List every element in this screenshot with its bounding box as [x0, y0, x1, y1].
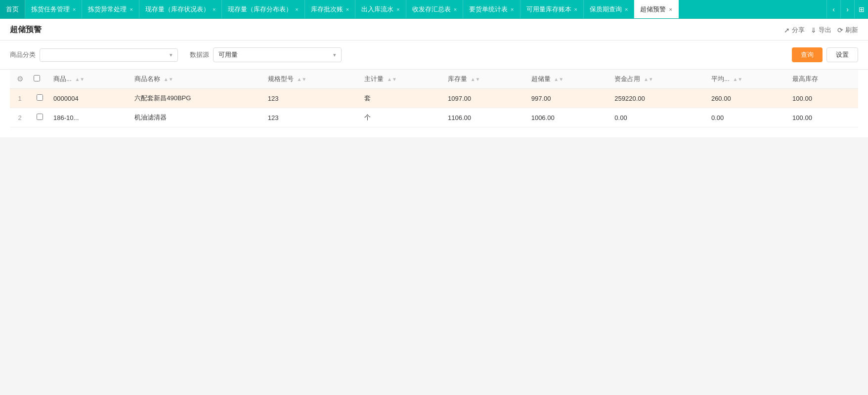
datasource-select-value: 可用量 — [218, 50, 238, 59]
close-icon[interactable]: × — [346, 6, 349, 12]
th-product-name: 商品名称 ▲▼ — [130, 70, 264, 89]
filter-actions: 查询 设置 — [792, 47, 858, 62]
nav-arrows: ‹ › ⊞ — [826, 0, 868, 19]
th-stock: 库存量 ▲▼ — [444, 70, 527, 89]
nav-batch-account[interactable]: 库存批次账 × — [305, 0, 355, 18]
export-action[interactable]: ⇓ 导出 — [811, 26, 831, 35]
product-code: 186-10... — [49, 108, 130, 127]
row-num: 2 — [10, 108, 30, 127]
avg: 0.00 — [707, 108, 788, 127]
share-action[interactable]: ➚ 分享 — [784, 26, 805, 35]
th-avg: 平均... ▲▼ — [707, 70, 788, 89]
nav-home[interactable]: 首页 — [0, 0, 25, 18]
close-icon[interactable]: × — [213, 6, 216, 12]
close-icon[interactable]: × — [396, 6, 399, 12]
share-icon: ➚ — [784, 26, 790, 34]
row-checkbox-cell — [30, 89, 49, 108]
th-max-stock: 最高库存 — [788, 70, 858, 89]
refresh-action[interactable]: ⟳ 刷新 — [837, 26, 858, 35]
nav-stock-dist[interactable]: 现存量（库存分布表） × — [222, 0, 304, 18]
th-overstock: 超储量 ▲▼ — [527, 70, 611, 89]
category-label: 商品分类 — [10, 50, 36, 59]
sort-icon[interactable]: ▲▼ — [554, 77, 564, 82]
datasource-filter-group: 数据源 可用量 ▾ — [190, 47, 342, 62]
category-filter-group: 商品分类 ▾ — [10, 48, 178, 62]
nav-abnormal[interactable]: 拣货异常处理 × — [82, 0, 139, 18]
overstock: 997.00 — [527, 89, 611, 108]
page-title: 超储预警 — [10, 25, 42, 35]
settings-button[interactable]: 设置 — [826, 47, 858, 62]
close-icon[interactable]: × — [625, 6, 628, 12]
capital: 0.00 — [610, 108, 707, 127]
export-icon: ⇓ — [811, 26, 817, 34]
chevron-down-icon: ▾ — [333, 52, 336, 58]
category-select-value — [45, 51, 47, 59]
sort-icon[interactable]: ▲▼ — [733, 77, 742, 82]
nav-task-mgmt[interactable]: 拣货任务管理 × — [25, 0, 82, 18]
overstock: 1006.00 — [527, 108, 611, 127]
sort-icon[interactable]: ▲▼ — [164, 77, 174, 82]
product-name: 六配套新昌490BPG — [130, 89, 264, 108]
unit: 个 — [360, 108, 444, 127]
spec: 123 — [264, 89, 361, 108]
product-name: 机油滤清器 — [130, 108, 264, 127]
category-select[interactable]: ▾ — [40, 48, 178, 62]
row-checkbox-cell — [30, 108, 49, 127]
close-icon[interactable]: × — [669, 6, 672, 12]
table-container: ⚙ 商品... ▲▼ 商品名称 ▲▼ 规格型号 ▲▼ — [0, 70, 868, 137]
sort-icon[interactable]: ▲▼ — [471, 77, 480, 82]
nav-overstock-warning[interactable]: 超储预警 × — [634, 0, 678, 18]
table-row: 1 0000004 六配套新昌490BPG 123 套 1097.00 997.… — [10, 89, 858, 108]
close-icon[interactable]: × — [511, 6, 514, 12]
nav-inout-flow[interactable]: 出入库流水 × — [355, 0, 406, 18]
th-checkbox — [30, 70, 49, 89]
header-actions: ➚ 分享 ⇓ 导出 ⟳ 刷新 — [784, 26, 858, 35]
gear-icon[interactable]: ⚙ — [17, 75, 23, 83]
filter-bar: 商品分类 ▾ 数据源 可用量 ▾ 查询 设置 — [0, 40, 868, 70]
nav-next-arrow[interactable]: › — [840, 0, 854, 19]
top-nav: 首页 拣货任务管理 × 拣货异常处理 × 现存量（库存状况表） × 现存量（库存… — [0, 0, 868, 19]
nav-shelf-life[interactable]: 保质期查询 × — [584, 0, 634, 18]
row-num: 1 — [10, 89, 30, 108]
close-icon[interactable]: × — [130, 6, 132, 12]
th-capital: 资金占用 ▲▼ — [610, 70, 707, 89]
datasource-select[interactable]: 可用量 ▾ — [213, 47, 342, 62]
sort-icon[interactable]: ▲▼ — [297, 77, 306, 82]
stock: 1106.00 — [444, 108, 527, 127]
capital: 259220.00 — [610, 89, 707, 108]
th-unit: 主计量 ▲▼ — [360, 70, 444, 89]
stock: 1097.00 — [444, 89, 527, 108]
nav-collect-summary[interactable]: 收发存汇总表 × — [406, 0, 463, 18]
nav-available-account[interactable]: 可用量库存账本 × — [521, 0, 584, 18]
table-row: 2 186-10... 机油滤清器 123 个 1106.00 1006.00 … — [10, 108, 858, 127]
table-header-row: ⚙ 商品... ▲▼ 商品名称 ▲▼ 规格型号 ▲▼ — [10, 70, 858, 89]
datasource-label: 数据源 — [190, 50, 209, 59]
nav-expand-arrow[interactable]: ⊞ — [854, 0, 868, 19]
nav-stock-status[interactable]: 现存量（库存状况表） × — [139, 0, 222, 18]
data-table: ⚙ 商品... ▲▼ 商品名称 ▲▼ 规格型号 ▲▼ — [10, 70, 858, 127]
spec: 123 — [264, 108, 361, 127]
th-settings: ⚙ — [10, 70, 30, 89]
sort-icon[interactable]: ▲▼ — [644, 77, 653, 82]
th-spec: 规格型号 ▲▼ — [264, 70, 361, 89]
th-product-code: 商品... ▲▼ — [49, 70, 130, 89]
chevron-down-icon: ▾ — [170, 52, 173, 58]
select-all-checkbox[interactable] — [34, 75, 40, 81]
close-icon[interactable]: × — [574, 6, 577, 12]
refresh-icon: ⟳ — [837, 26, 843, 34]
nav-prev-arrow[interactable]: ‹ — [826, 0, 840, 19]
page-header: 超储预警 ➚ 分享 ⇓ 导出 ⟳ 刷新 — [0, 19, 868, 40]
close-icon[interactable]: × — [295, 6, 298, 12]
product-code: 0000004 — [49, 89, 130, 108]
row-checkbox[interactable] — [37, 114, 43, 120]
nav-order-stats[interactable]: 要货单统计表 × — [463, 0, 520, 18]
max-stock: 100.00 — [788, 108, 858, 127]
sort-icon[interactable]: ▲▼ — [75, 77, 85, 82]
max-stock: 100.00 — [788, 89, 858, 108]
sort-icon[interactable]: ▲▼ — [387, 77, 397, 82]
main-content: 超储预警 ➚ 分享 ⇓ 导出 ⟳ 刷新 商品分类 ▾ 数据源 — [0, 19, 868, 137]
row-checkbox[interactable] — [37, 94, 43, 101]
close-icon[interactable]: × — [454, 6, 457, 12]
close-icon[interactable]: × — [73, 6, 76, 12]
query-button[interactable]: 查询 — [792, 47, 823, 62]
